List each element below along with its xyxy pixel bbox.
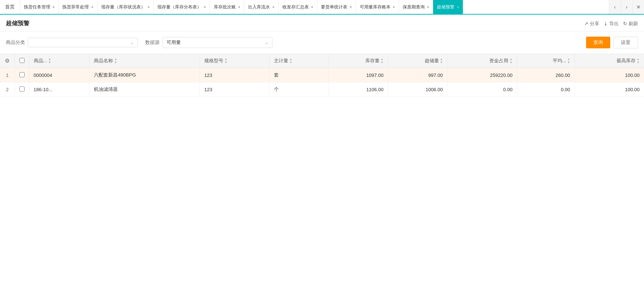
settings-gear-icon[interactable]: ⚙ [5, 58, 10, 64]
row-unit: 个 [269, 82, 329, 97]
sort-icon-name: ▲▼ [114, 58, 117, 64]
chevron-down-icon-2: ⌄ [265, 40, 268, 45]
tab-label: 拣货任务管理 [24, 4, 50, 10]
header-actions: ↗ 分享 ⤓ 导出 ↻ 刷新 [584, 21, 638, 27]
tab-label: 超储预警 [437, 4, 454, 10]
sort-icon-avg: ▲▼ [567, 58, 570, 64]
sort-icon-code: ▲▼ [48, 58, 51, 64]
category-select[interactable]: ⌄ [28, 38, 138, 47]
export-icon: ⤓ [604, 21, 608, 26]
tab-close-icon[interactable]: × [427, 5, 429, 9]
tab-close-icon[interactable]: × [393, 5, 395, 9]
tab-label: 现存量（库存状况表） [101, 4, 145, 10]
row-name: 六配套新昌490BPG [89, 68, 200, 82]
category-label: 商品分类 [6, 39, 25, 46]
table-row: 10000004六配套新昌490BPG123套1097.00997.002592… [0, 68, 644, 82]
tab-close-icon[interactable]: × [457, 5, 459, 9]
nav-tab-tab-11[interactable]: 超储预警× [433, 0, 463, 14]
sort-icon-maxstock: ▲▼ [637, 58, 640, 64]
col-avg-header[interactable]: 平均... ▲▼ [517, 54, 575, 68]
row-stock: 1106.00 [329, 82, 388, 97]
nav-tab-tab-4[interactable]: 现存量（库存分布表）× [154, 0, 210, 14]
col-checkbox-header [15, 54, 29, 68]
row-select-checkbox[interactable] [19, 86, 25, 92]
nav-tab-tab-7[interactable]: 收发存汇总表× [279, 0, 317, 14]
row-over: 997.00 [388, 68, 447, 82]
table-body: 10000004六配套新昌490BPG123套1097.00997.002592… [0, 68, 644, 97]
select-all-checkbox[interactable] [19, 58, 25, 63]
tab-close-icon[interactable]: × [91, 5, 93, 9]
tab-close-icon[interactable]: × [238, 5, 240, 9]
datasource-select-value: 可用量 [167, 39, 181, 46]
table-header-row: ⚙ 商品... ▲▼ 商品名称 ▲▼ [0, 54, 644, 68]
nav-tab-tab-10[interactable]: 保质期查询× [399, 0, 433, 14]
filter-area: 商品分类 ⌄ 数据源 可用量 ⌄ 查询 设置 [0, 31, 644, 54]
nav-tab-tab-1[interactable]: 拣货任务管理× [20, 0, 59, 14]
tab-label: 可用量库存账本 [360, 4, 391, 10]
row-index: 1 [0, 68, 15, 82]
top-nav: 首页 拣货任务管理×拣货异常处理×现存量（库存状况表）×现存量（库存分布表）×库… [0, 0, 644, 15]
row-spec: 123 [200, 82, 270, 97]
row-maxstock: 100.00 [575, 82, 644, 97]
tab-close-icon[interactable]: × [350, 5, 352, 9]
nav-tab-tab-3[interactable]: 现存量（库存状况表）× [98, 0, 154, 14]
col-code-header[interactable]: 商品... ▲▼ [29, 54, 89, 68]
datasource-filter: 数据源 可用量 ⌄ [145, 37, 272, 48]
col-name-header[interactable]: 商品名称 ▲▼ [89, 54, 200, 68]
nav-tab-tab-6[interactable]: 出入库流水× [244, 0, 278, 14]
row-stock: 1097.00 [329, 68, 388, 82]
page-container: 超储预警 ↗ 分享 ⤓ 导出 ↻ 刷新 商品分类 ⌄ 数据源 [0, 15, 644, 293]
row-select-checkbox[interactable] [19, 72, 25, 77]
col-over-header[interactable]: 超储量 ▲▼ [388, 54, 447, 68]
row-over: 1006.00 [388, 82, 447, 97]
tab-close-icon[interactable]: × [204, 5, 206, 9]
row-index: 2 [0, 82, 15, 97]
datasource-select[interactable]: 可用量 ⌄ [162, 37, 272, 48]
tab-close-icon[interactable]: × [311, 5, 313, 9]
query-button[interactable]: 查询 [586, 37, 610, 48]
refresh-icon: ↻ [623, 21, 627, 26]
chevron-down-icon: ⌄ [130, 40, 134, 45]
tab-label: 现存量（库存分布表） [157, 4, 201, 10]
col-maxstock-header[interactable]: 最高库存 ▲▼ [575, 54, 644, 68]
col-unit-header[interactable]: 主计量 ▲▼ [269, 54, 329, 68]
nav-tab-tab-5[interactable]: 库存批次账× [210, 0, 244, 14]
nav-tab-tab-2[interactable]: 拣货异常处理× [59, 0, 97, 14]
sort-icon-unit: ▲▼ [289, 58, 292, 64]
table-wrapper: ⚙ 商品... ▲▼ 商品名称 ▲▼ [0, 54, 644, 97]
nav-tab-tab-9[interactable]: 可用量库存账本× [356, 0, 399, 14]
page-header: 超储预警 ↗ 分享 ⤓ 导出 ↻ 刷新 [0, 15, 644, 31]
tabs-container: 拣货任务管理×拣货异常处理×现存量（库存状况表）×现存量（库存分布表）×库存批次… [20, 0, 463, 14]
sort-icon-spec: ▲▼ [224, 58, 227, 64]
sort-icon-capital: ▲▼ [509, 58, 512, 64]
nav-arrow-left[interactable]: ‹ [609, 0, 621, 14]
nav-arrow-close[interactable]: ✕ [632, 0, 644, 14]
settings-button[interactable]: 设置 [613, 37, 638, 48]
col-capital-header[interactable]: 资金占用 ▲▼ [447, 54, 517, 68]
row-checkbox[interactable] [15, 82, 29, 97]
tab-label: 库存批次账 [214, 4, 236, 10]
export-button[interactable]: ⤓ 导出 [604, 21, 619, 27]
col-stock-header[interactable]: 库存量 ▲▼ [329, 54, 388, 68]
row-checkbox[interactable] [15, 68, 29, 82]
nav-home[interactable]: 首页 [0, 0, 20, 14]
share-button[interactable]: ↗ 分享 [584, 21, 599, 27]
page-title: 超储预警 [6, 20, 29, 27]
col-settings-header: ⚙ [0, 54, 15, 68]
tab-label: 收发存汇总表 [282, 4, 309, 10]
data-table: ⚙ 商品... ▲▼ 商品名称 ▲▼ [0, 54, 644, 97]
row-capital: 0.00 [447, 82, 517, 97]
tab-close-icon[interactable]: × [52, 5, 55, 9]
tab-close-icon[interactable]: × [272, 5, 274, 9]
nav-tab-tab-8[interactable]: 要货单统计表× [317, 0, 356, 14]
col-spec-header[interactable]: 规格型号 ▲▼ [200, 54, 270, 68]
tab-label: 要货单统计表 [321, 4, 347, 10]
row-code: 0000004 [29, 68, 89, 82]
row-maxstock: 100.00 [575, 68, 644, 82]
tab-close-icon[interactable]: × [147, 5, 150, 9]
nav-arrow-right[interactable]: › [621, 0, 632, 14]
share-icon: ↗ [584, 21, 588, 26]
row-spec: 123 [200, 68, 270, 82]
sort-icon-over: ▲▼ [440, 58, 443, 64]
refresh-button[interactable]: ↻ 刷新 [623, 21, 638, 27]
